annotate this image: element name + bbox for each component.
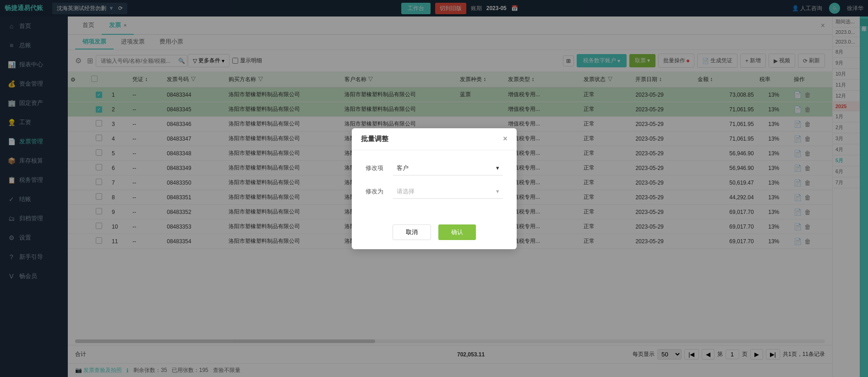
target-chevron-icon: ▾ <box>496 188 499 195</box>
field-select[interactable]: 客户 ▾ <box>393 161 503 175</box>
modal-overlay[interactable]: 批量调整 × 修改项 客户 ▾ 修改为 请选择 ▾ 取消 确认 <box>0 0 868 377</box>
target-label: 修改为 <box>366 187 393 196</box>
modal-body: 修改项 客户 ▾ 修改为 请选择 ▾ <box>352 150 517 219</box>
target-select[interactable]: 请选择 ▾ <box>393 185 503 199</box>
modal-header: 批量调整 × <box>352 128 517 150</box>
form-row-field: 修改项 客户 ▾ <box>366 161 503 175</box>
form-row-target: 修改为 请选择 ▾ <box>366 185 503 199</box>
field-label: 修改项 <box>366 164 393 172</box>
modal-title: 批量调整 <box>361 135 388 143</box>
modal-confirm-button[interactable]: 确认 <box>438 224 476 240</box>
field-chevron-icon: ▾ <box>496 164 499 171</box>
field-select-value: 客户 <box>397 164 409 172</box>
target-select-placeholder: 请选择 <box>397 187 415 196</box>
modal-footer: 取消 确认 <box>352 219 517 249</box>
batch-adjust-modal: 批量调整 × 修改项 客户 ▾ 修改为 请选择 ▾ 取消 确认 <box>352 128 517 249</box>
modal-close-button[interactable]: × <box>503 135 507 143</box>
modal-cancel-button[interactable]: 取消 <box>393 224 431 240</box>
